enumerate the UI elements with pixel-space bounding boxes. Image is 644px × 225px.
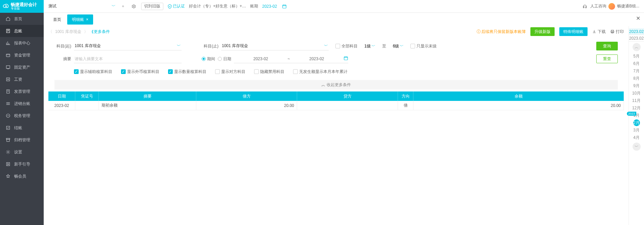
gear-icon bbox=[5, 149, 11, 155]
support-link[interactable]: 人工咨询 bbox=[590, 3, 606, 9]
svg-rect-12 bbox=[283, 5, 286, 8]
rail-down-icon[interactable]: ﹀ bbox=[633, 143, 641, 151]
rail-month[interactable]: 2月 bbox=[633, 119, 640, 126]
home-icon bbox=[5, 16, 11, 22]
rail-month[interactable]: 10月 bbox=[632, 89, 641, 97]
account-select[interactable]: 测试 ﹀ bbox=[48, 3, 116, 9]
date-radio[interactable]: 日期 bbox=[218, 56, 231, 62]
certified-badge[interactable]: 已认证 bbox=[167, 3, 185, 9]
calendar-icon[interactable] bbox=[281, 3, 288, 10]
sidebar-item-invoice[interactable]: 发票管理 bbox=[0, 85, 44, 98]
rail-month[interactable]: 4月 bbox=[633, 134, 640, 141]
svg-rect-3 bbox=[6, 78, 9, 81]
collapse-conditions[interactable]: ︽收起更多条件 bbox=[54, 80, 618, 89]
calendar-icon bbox=[344, 56, 348, 62]
vip-icon bbox=[5, 174, 11, 179]
only-end-checkbox[interactable]: 只显示末级 bbox=[410, 43, 437, 49]
table-header: 余额 bbox=[413, 91, 624, 101]
sidebar-item-guide[interactable]: 新手引导 bbox=[0, 158, 44, 170]
sidebar-item-wallet[interactable]: 资金管理 bbox=[0, 49, 44, 61]
archive-icon bbox=[5, 137, 11, 143]
salary-icon bbox=[5, 77, 11, 82]
all-subjects-checkbox[interactable]: 全部科目 bbox=[335, 43, 358, 49]
date-range-input[interactable]: 2023-02 ~ 2023-02 bbox=[234, 54, 348, 63]
period-radio[interactable]: 期间 bbox=[202, 56, 215, 62]
subject-to-label: 科目(止) bbox=[202, 43, 218, 49]
sidebar-item-ledger[interactable]: 总账 bbox=[0, 25, 44, 37]
special-ledger-button[interactable]: 特殊明细账 bbox=[559, 27, 588, 36]
sidebar-item-gear[interactable]: 设置 bbox=[0, 146, 44, 158]
sidebar-item-archive[interactable]: 归档管理 bbox=[0, 134, 44, 146]
info-icon: ⓘ bbox=[477, 29, 481, 35]
svg-rect-8 bbox=[7, 139, 9, 141]
warning-text: ⓘ后续将只保留新版本账簿 bbox=[477, 29, 526, 35]
sidebar-item-chart[interactable]: 报表中心 bbox=[0, 37, 44, 49]
tab-明细账[interactable]: 明细账× bbox=[67, 14, 93, 25]
rail-month[interactable]: 3月 bbox=[633, 126, 640, 134]
option-checkbox-2[interactable]: ✓显示数量核算科目 bbox=[168, 69, 206, 75]
avatar[interactable] bbox=[608, 3, 615, 10]
chevron-right-icon: 〉 bbox=[84, 29, 88, 35]
tab-首页[interactable]: 首页 bbox=[48, 14, 66, 25]
user-name[interactable]: 畅捷通B组... bbox=[617, 3, 639, 9]
asset-icon bbox=[5, 65, 11, 70]
subject-to-select[interactable]: 1001 库存现金﹀ bbox=[221, 42, 329, 50]
close-icon[interactable]: × bbox=[86, 17, 88, 22]
rail-month[interactable]: 6月 bbox=[632, 60, 641, 67]
rail-month[interactable]: 5月 bbox=[632, 52, 641, 60]
sidebar-item-close[interactable]: 结账 bbox=[0, 122, 44, 134]
level-from-select[interactable]: 1级﹀ bbox=[364, 43, 375, 49]
table-row[interactable]: 2023-02期初余额20.00借20.00 bbox=[48, 101, 624, 110]
rail-month[interactable]: 9月 bbox=[632, 82, 641, 89]
more-conditions-link[interactable]: ⟪更多条件 bbox=[91, 29, 110, 35]
rail-month[interactable]: 8月 bbox=[632, 75, 641, 82]
chevron-down-icon: ﹀ bbox=[371, 43, 375, 49]
table-header: 摘要 bbox=[99, 91, 196, 101]
download-button[interactable]: 下载 bbox=[592, 29, 606, 35]
svg-rect-2 bbox=[6, 66, 10, 68]
sidebar-item-home[interactable]: 首页 bbox=[0, 13, 44, 25]
period-value[interactable]: 2023-02 bbox=[262, 4, 277, 9]
sidebar-item-vip[interactable]: 畅会员 bbox=[0, 170, 44, 182]
upgrade-button[interactable]: 升级新版 bbox=[530, 27, 555, 36]
option-checkbox-4[interactable]: 隐藏禁用科目 bbox=[254, 69, 284, 75]
rail-tag[interactable]: 2023.02 bbox=[629, 28, 644, 35]
sidebar-item-salary[interactable]: 工资 bbox=[0, 73, 44, 85]
period-rail: 2023.022023.02 ︿ 5月6月7月8月9月10月11月12月 202… bbox=[629, 26, 644, 225]
reset-button[interactable]: 重查 bbox=[596, 54, 618, 63]
table-header: 借方 bbox=[196, 91, 297, 101]
sidebar-item-asset[interactable]: 固定资产 bbox=[0, 61, 44, 73]
option-checkbox-3[interactable]: 显示对方科目 bbox=[215, 69, 245, 75]
rail-month[interactable]: 7月 bbox=[632, 67, 641, 75]
option-checkbox-1[interactable]: ✓显示外币核算科目 bbox=[121, 69, 159, 75]
rail-month[interactable]: 11月 bbox=[632, 97, 641, 104]
option-checkbox-5[interactable]: 无发生额显示本月本年累计 bbox=[293, 69, 348, 75]
gear-icon[interactable] bbox=[130, 3, 137, 10]
close-tab-icon[interactable]: ✕ bbox=[634, 14, 642, 22]
print-button[interactable]: 打印 bbox=[610, 29, 624, 35]
sidebar-item-inout[interactable]: 进销台账 bbox=[0, 98, 44, 110]
ledger-table: 日期凭证号摘要借方贷方方向余额 2023-02期初余额20.00借20.00 bbox=[48, 91, 624, 110]
summary-input[interactable] bbox=[74, 54, 182, 63]
query-button[interactable]: 查询 bbox=[596, 42, 618, 50]
chevron-down-icon: ﹀ bbox=[400, 43, 404, 49]
headset-icon[interactable] bbox=[581, 3, 588, 10]
chart-icon bbox=[5, 40, 11, 46]
rail-tag[interactable]: 2023.02 bbox=[629, 35, 644, 42]
subject-from-select[interactable]: 1001 库存现金﹀ bbox=[74, 42, 182, 50]
chevron-down-icon: ﹀ bbox=[324, 43, 328, 49]
switch-old-button[interactable]: 切到旧版 bbox=[141, 3, 163, 10]
level-to-select[interactable]: 6级﹀ bbox=[393, 43, 404, 49]
chevron-up-icon: ︽ bbox=[321, 82, 325, 88]
add-icon[interactable]: ＋ bbox=[120, 3, 126, 10]
rail-month[interactable]: 12月 bbox=[632, 104, 641, 112]
breadcrumb[interactable]: 〈 1001 库存现金 〉 bbox=[48, 29, 88, 35]
option-checkbox-0[interactable]: ✓显示辅助核算科目 bbox=[74, 69, 112, 75]
table-header: 日期 bbox=[48, 91, 75, 101]
tax-icon bbox=[5, 113, 11, 118]
rail-up-icon[interactable]: ︿ bbox=[633, 43, 641, 51]
sidebar-item-tax[interactable]: 税务管理 bbox=[0, 110, 44, 122]
svg-point-11 bbox=[133, 6, 134, 7]
topbar: 测试 ﹀ ＋ 切到旧版 已认证 好会计（专）+好生意（标）+… 账期 2023-… bbox=[44, 0, 644, 13]
svg-rect-16 bbox=[344, 57, 348, 60]
